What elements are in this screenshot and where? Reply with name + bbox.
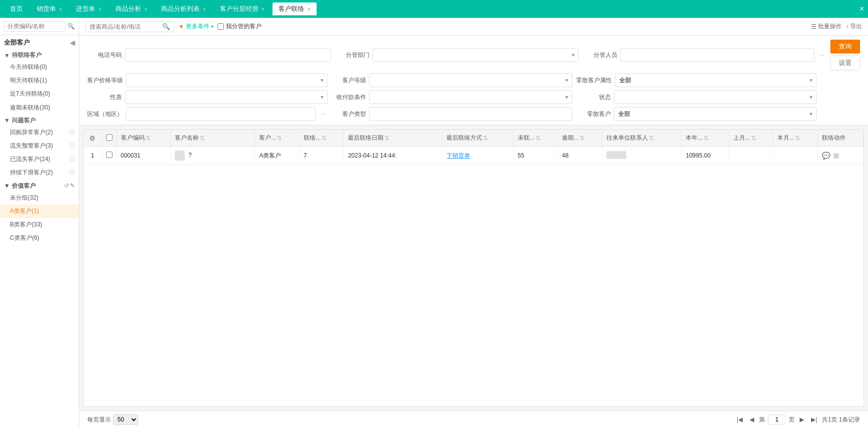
sidebar-group-value[interactable]: ▼ 价值客户 ↺ ✎	[0, 180, 79, 191]
info-icon-declining: ⓘ	[69, 168, 75, 177]
sidebar-item-today-pending[interactable]: 今天待联络(0)	[0, 60, 79, 74]
sidebar-item-repurchase-abnormal[interactable]: 回购异常客户(2) ⓘ	[0, 126, 79, 139]
nav-purchase-close[interactable]: ×	[98, 6, 101, 12]
info-icon-churned: ⓘ	[69, 155, 75, 164]
main-content: 🔍 ▼ 更多条件 ▾ 我分管的客户 ☰ 批量操作 ↑ 导出	[79, 18, 868, 428]
filter-nature-select[interactable]	[125, 90, 327, 104]
sidebar-collapse-icon[interactable]: ◀	[70, 39, 75, 47]
nav-item-sales[interactable]: 销货单 ×	[31, 2, 68, 15]
nav-customer-contact-label: 客户联络	[278, 4, 304, 13]
filter-retail-customer-select[interactable]: 全部	[614, 107, 816, 121]
select-all-checkbox[interactable]	[106, 134, 112, 141]
col-header-last-month[interactable]: 上月...⇅	[729, 130, 773, 147]
nav-item-customer-manage[interactable]: 客户分层经营 ×	[214, 2, 271, 15]
sidebar-group-pending[interactable]: ▼ 待联络客户	[0, 49, 79, 60]
sidebar-item-7days-pending[interactable]: 近7天待联络(0)	[0, 87, 79, 101]
search-icon[interactable]: 🔍	[162, 23, 170, 30]
export-label: 导出	[850, 22, 862, 31]
sort-icon-overdue: ⇅	[580, 135, 585, 142]
col-header-contact-count[interactable]: 联络...⇅	[299, 130, 344, 147]
cell-actions: 💬 ⊞	[817, 147, 863, 165]
search-input[interactable]	[90, 23, 160, 30]
col-header-code[interactable]: 客户编码⇅	[116, 130, 170, 147]
cell-this-month	[773, 147, 818, 165]
nav-analysis-label: 商品分析	[115, 4, 141, 13]
query-button[interactable]: 查询	[830, 40, 860, 54]
col-header-name[interactable]: 客户名称⇅	[170, 130, 255, 147]
col-header-last-date[interactable]: 最后联络日期⇅	[344, 130, 442, 147]
nav-customer-manage-close[interactable]: ×	[262, 6, 265, 12]
sort-icon-last-month: ⇅	[751, 135, 756, 142]
row-checkbox[interactable]	[106, 152, 112, 158]
filter-payment-wrapper	[369, 90, 572, 104]
nav-item-customer-contact[interactable]: 客户联络 ×	[272, 2, 316, 15]
nav-analysis-list-close[interactable]: ×	[203, 6, 206, 12]
close-all-tabs[interactable]: ×	[860, 4, 864, 13]
my-customers-checkbox[interactable]	[217, 23, 224, 30]
col-header-no-contact[interactable]: 未联...⇅	[513, 130, 558, 147]
sidebar-item-class-a[interactable]: A类客户(1)	[0, 205, 79, 218]
sidebar-item-tomorrow-pending[interactable]: 明天待联络(1)	[0, 74, 79, 87]
my-customers-checkbox-label[interactable]: 我分管的客户	[217, 22, 262, 31]
nav-sales-close[interactable]: ×	[59, 6, 62, 12]
settings-button[interactable]: 设置	[830, 55, 860, 70]
filter-price-level-select[interactable]	[126, 73, 327, 87]
first-page-btn[interactable]: |◀	[735, 415, 745, 424]
sidebar-item-churned[interactable]: 已流失客户(24) ⓘ	[0, 153, 79, 166]
batch-op-btn[interactable]: ☰ 批量操作	[811, 22, 842, 31]
sidebar-item-class-c[interactable]: C类客户(6)	[0, 231, 79, 245]
filter-customer-level: 客户等级	[331, 73, 572, 87]
filter-status-select[interactable]	[614, 90, 816, 104]
filter-retail-attr-select[interactable]: 全部	[615, 73, 816, 87]
page-input[interactable]	[768, 415, 786, 425]
sidebar-group-problem[interactable]: ▼ 问题客户	[0, 114, 79, 126]
sidebar-search-input[interactable]	[4, 21, 65, 32]
more-filter-btn[interactable]: ▼ 更多条件 ▾	[178, 22, 214, 31]
sidebar-item-overdue-contact[interactable]: 逾期未联络(30)	[0, 101, 79, 114]
sidebar-item-ungrouped[interactable]: 未分组(32)	[0, 191, 79, 205]
prev-page-btn[interactable]: ◀	[748, 415, 756, 424]
nav-item-purchase[interactable]: 进货单 ×	[70, 2, 107, 15]
filter-chevron-icon: ▾	[211, 24, 214, 29]
sidebar-item-class-b[interactable]: B类客户(33)	[0, 218, 79, 231]
nav-item-analysis[interactable]: 商品分析 ×	[109, 2, 153, 15]
gear-icon[interactable]: ⚙	[89, 134, 96, 142]
filter-person-input[interactable]	[620, 48, 814, 62]
col-code-label: 客户编码	[121, 134, 145, 142]
filter-customer-type-input[interactable]	[369, 107, 572, 121]
col-header-overdue[interactable]: 逾期...⇅	[558, 130, 602, 147]
nav-item-analysis-list[interactable]: 商品分析列表 ×	[155, 2, 212, 15]
col-header-company-contacts[interactable]: 往来单位联系人⇅	[602, 130, 682, 147]
filter-dept-select[interactable]	[373, 48, 579, 62]
col-header-level[interactable]: 客户...⇅	[255, 130, 300, 147]
col-header-this-month[interactable]: 本月...⇅	[773, 130, 818, 147]
col-header-this-year[interactable]: 本年...⇅	[682, 130, 729, 147]
nav-item-home[interactable]: 首页	[4, 2, 29, 15]
filter-retail-attr: 零散客户属性 全部	[576, 73, 816, 87]
batch-op-label: 批量操作	[818, 22, 842, 31]
filter-region-input[interactable]	[126, 107, 316, 121]
next-page-btn[interactable]: ▶	[798, 415, 806, 424]
nav-customer-contact-close[interactable]: ×	[307, 6, 310, 12]
sidebar-item-churn-warning[interactable]: 流失预警客户(3) ⓘ	[0, 139, 79, 153]
filter-person-label: 分管人员	[583, 51, 617, 59]
sidebar-item-declining[interactable]: 持续下滑客户(2) ⓘ	[0, 166, 79, 179]
message-icon[interactable]: 💬	[822, 152, 830, 160]
toolbar-right: ☰ 批量操作 ↑ 导出	[811, 22, 862, 31]
last-page-btn[interactable]: ▶|	[809, 415, 819, 424]
export-btn[interactable]: ↑ 导出	[846, 22, 862, 31]
filter-region-dots[interactable]: ···	[319, 110, 327, 117]
edit-icon[interactable]: ✎	[70, 182, 75, 189]
qr-icon[interactable]: ⊞	[833, 152, 839, 160]
filter-payment-select[interactable]	[369, 90, 572, 104]
refresh-icon[interactable]: ↺	[64, 182, 69, 189]
per-page-select[interactable]: 50 100 200	[113, 414, 138, 425]
sidebar-search-icon[interactable]: 🔍	[67, 23, 75, 30]
filter-person-dots[interactable]: ···	[817, 52, 826, 58]
filter-phone-input[interactable]	[125, 48, 331, 62]
nav-analysis-close[interactable]: ×	[144, 6, 147, 12]
last-method-link[interactable]: 下销货单	[446, 152, 470, 159]
filter-customer-level-select[interactable]	[369, 73, 572, 87]
col-header-last-method[interactable]: 最后联络方式⇅	[442, 130, 513, 147]
table-row: 1 000031 ? A类客户 7 2023-04-12 14:44:	[84, 147, 864, 165]
